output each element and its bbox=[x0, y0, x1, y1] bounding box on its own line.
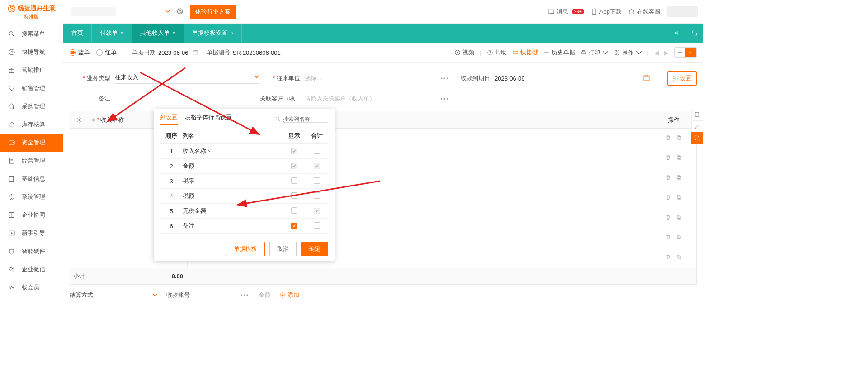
popover-template-button[interactable]: 单据模板 bbox=[226, 242, 265, 256]
play-icon bbox=[8, 229, 16, 237]
sidebar-item-label: 搜索菜单 bbox=[22, 30, 45, 38]
checkbox-icon[interactable] bbox=[291, 207, 297, 214]
due-date[interactable]: 2023-06-06 bbox=[495, 75, 639, 82]
sidebar-item-home[interactable]: 库存核算 bbox=[0, 115, 63, 134]
copy-icon[interactable] bbox=[676, 214, 682, 222]
due-calendar-icon[interactable] bbox=[643, 74, 650, 83]
assoc-input[interactable]: 请输入关联客户（收入单） ••• bbox=[305, 95, 449, 103]
date-value[interactable]: 2023-06-06 bbox=[158, 49, 189, 56]
view-grid-button[interactable] bbox=[685, 48, 696, 57]
docno-label: 单据编号 bbox=[207, 48, 230, 57]
popover-tab-columns[interactable]: 列设置 bbox=[160, 113, 178, 125]
grid-gear-button[interactable] bbox=[70, 111, 88, 128]
sidebar-item-gift[interactable]: 营销推广 bbox=[0, 61, 63, 79]
sidebar-item-wallet[interactable]: 资金管理 bbox=[0, 134, 63, 152]
hotkey-button[interactable]: 快捷键 bbox=[512, 48, 538, 57]
tab-close-icon[interactable]: × bbox=[120, 30, 123, 36]
tab-1[interactable]: 付款单× bbox=[92, 24, 132, 43]
more-icon[interactable]: ••• bbox=[241, 292, 250, 299]
app-download-button[interactable]: App下载 bbox=[590, 8, 622, 16]
user-avatar[interactable] bbox=[667, 6, 698, 17]
checkbox-icon[interactable] bbox=[291, 177, 297, 184]
popover-confirm-button[interactable]: 确定 bbox=[301, 242, 328, 256]
book-icon bbox=[8, 175, 16, 182]
sidebar-item-wechat[interactable]: 企业微信 bbox=[0, 260, 63, 278]
ops-button[interactable]: 操作 bbox=[614, 48, 642, 57]
checkbox-icon[interactable] bbox=[314, 192, 320, 199]
dock-expand-icon[interactable] bbox=[691, 132, 703, 144]
delete-icon[interactable] bbox=[665, 194, 671, 202]
sidebar-item-diamond[interactable]: 销售管理 bbox=[0, 79, 63, 97]
dock-edit-icon[interactable] bbox=[691, 120, 703, 132]
tab-close-icon[interactable]: × bbox=[172, 30, 175, 36]
sidebar-item-vip[interactable]: 畅会员 bbox=[0, 278, 63, 296]
copy-icon[interactable] bbox=[676, 234, 682, 242]
delete-icon[interactable] bbox=[665, 134, 671, 142]
sidebar-item-play[interactable]: 新手引导 bbox=[0, 224, 63, 242]
checkbox-icon[interactable] bbox=[291, 192, 297, 199]
view-list-button[interactable] bbox=[675, 48, 685, 57]
settings-button[interactable]: 设置 bbox=[667, 71, 697, 86]
print-button[interactable]: 打印 bbox=[580, 48, 609, 57]
video-button[interactable]: 视频 bbox=[454, 48, 474, 57]
copy-icon[interactable] bbox=[676, 254, 682, 262]
copy-icon[interactable] bbox=[676, 134, 682, 142]
history-button[interactable]: 历史单据 bbox=[543, 48, 575, 57]
sidebar-item-build[interactable]: 企业协同 bbox=[0, 206, 63, 224]
col-ops-header: 操作 bbox=[651, 111, 696, 128]
radio-red[interactable]: 红单 bbox=[96, 48, 117, 57]
copy-icon[interactable] bbox=[676, 174, 682, 182]
sidebar-item-doc[interactable]: 经营管理 bbox=[0, 152, 63, 170]
delete-icon[interactable] bbox=[665, 234, 671, 242]
prev-button[interactable]: ◀ bbox=[654, 49, 659, 56]
sidebar-item-compass[interactable]: 快捷导航 bbox=[0, 43, 63, 61]
svg-rect-36 bbox=[677, 215, 679, 218]
sidebar-item-search[interactable]: 搜索菜单 bbox=[0, 25, 63, 43]
sidebar-item-bag[interactable]: 采购管理 bbox=[0, 97, 63, 115]
delete-icon[interactable] bbox=[665, 174, 671, 182]
checkbox-icon[interactable] bbox=[314, 222, 320, 229]
chevron-down-icon[interactable] bbox=[153, 292, 157, 299]
service-button[interactable]: 在线客服 bbox=[628, 8, 660, 16]
trial-button[interactable]: 体验行业方案 bbox=[190, 5, 236, 19]
tab-3[interactable]: 单据模板设置× bbox=[184, 24, 242, 43]
calendar-icon[interactable] bbox=[192, 49, 198, 56]
delete-icon[interactable] bbox=[665, 214, 671, 222]
sidebar-item-chip[interactable]: 智能硬件 bbox=[0, 242, 63, 260]
tab-2[interactable]: 其他收入单× bbox=[132, 24, 184, 43]
pop-th-show: 显示 bbox=[283, 132, 306, 140]
delete-icon[interactable] bbox=[665, 254, 671, 262]
tab-close-button[interactable] bbox=[667, 24, 685, 43]
message-button[interactable]: 消息 99+ bbox=[547, 8, 584, 16]
popover-cancel-button[interactable]: 取消 bbox=[269, 242, 297, 256]
add-button[interactable]: 添加 bbox=[279, 291, 299, 299]
popover-search-input[interactable] bbox=[283, 116, 328, 123]
checkbox-icon[interactable] bbox=[291, 223, 297, 229]
svg-rect-39 bbox=[678, 256, 680, 259]
unit-select[interactable]: 选择... ••• bbox=[305, 74, 449, 82]
remark-label: 备注 bbox=[70, 95, 110, 103]
sidebar-item-book[interactable]: 基础信息 bbox=[0, 170, 63, 188]
biz-type-select[interactable]: 往来收入 bbox=[115, 73, 259, 84]
checkbox-icon[interactable] bbox=[314, 177, 320, 184]
col-income-header[interactable]: *收入名称 bbox=[88, 111, 142, 128]
next-button[interactable]: ▶ bbox=[664, 49, 669, 56]
tab-0[interactable]: 首页 bbox=[63, 24, 92, 43]
more-icon[interactable]: ••• bbox=[440, 75, 449, 82]
copy-icon[interactable] bbox=[676, 154, 682, 162]
dock-note-icon[interactable] bbox=[691, 109, 703, 120]
org-dropdown-icon[interactable] bbox=[165, 8, 170, 15]
help-button[interactable]: ?帮助 bbox=[487, 48, 507, 57]
checkbox-icon[interactable] bbox=[314, 148, 320, 154]
more-icon[interactable]: ••• bbox=[440, 96, 449, 102]
radio-blue[interactable]: 蓝单 bbox=[70, 48, 90, 57]
sidebar-item-refresh[interactable]: 系统管理 bbox=[0, 188, 63, 206]
gear-icon[interactable] bbox=[176, 8, 184, 15]
tab-expand-button[interactable] bbox=[685, 24, 703, 43]
delete-icon[interactable] bbox=[665, 154, 671, 162]
popover-tab-font[interactable]: 表格字体行高设置 bbox=[185, 113, 232, 125]
chevron-down-icon[interactable] bbox=[208, 148, 212, 155]
checkbox-icon bbox=[291, 148, 297, 154]
tab-close-icon[interactable]: × bbox=[230, 30, 233, 36]
copy-icon[interactable] bbox=[676, 194, 682, 202]
